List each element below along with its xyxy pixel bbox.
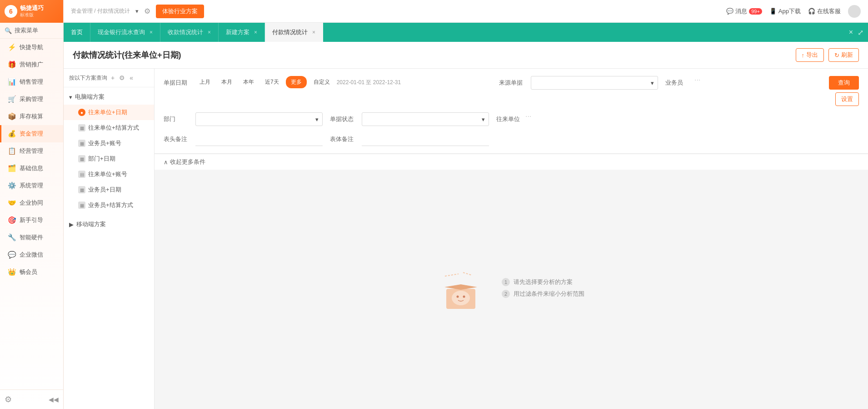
last-7-btn[interactable]: 近7天 (261, 76, 283, 88)
page-header: 付款情况统计(往来单位+日期) ↑ 导出 ↻ 刷新 (64, 42, 868, 69)
head-remark-input[interactable] (195, 132, 323, 146)
topbar-app-download[interactable]: 📱 App下载 (769, 7, 801, 15)
left-panel-title: 按以下方案查询 (69, 74, 107, 82)
last-month-btn[interactable]: 上月 (195, 76, 215, 88)
tab-new-scheme-close[interactable]: × (254, 29, 257, 35)
operation-icon: 📋 (8, 147, 16, 155)
mobile-scheme-group-header[interactable]: ▶ 移动端方案 (64, 217, 154, 232)
tab-bank-flow-close[interactable]: × (150, 29, 153, 35)
staff-dots[interactable]: ··· (693, 76, 702, 84)
svg-point-3 (452, 291, 470, 305)
collapse-conditions-button[interactable]: ∧ 收起更多条件 (155, 154, 868, 170)
body-remark-input[interactable] (362, 132, 489, 146)
basic-info-icon: 🗂️ (8, 164, 16, 172)
tab-payment-stats[interactable]: 付款情况统计 × (265, 23, 323, 42)
scheme-item-partner-account[interactable]: ▤ 往来单位+账号 (64, 167, 154, 182)
topbar-message[interactable]: 💬 消息 99+ (726, 7, 762, 15)
sidebar-search-item[interactable]: 🔍 搜索菜单 (0, 23, 63, 39)
sidebar-item-operation[interactable]: 📋 经营管理 (0, 142, 63, 160)
add-scheme-button[interactable]: + (110, 73, 115, 82)
message-badge: 99+ (749, 8, 762, 15)
sidebar: 6 畅捷通巧 标准版 🔍 搜索菜单 ⚡ 快捷导航 🎁 营销推广 📊 销售管理 🛒… (0, 0, 64, 409)
main-area: 资金管理 / 付款情况统计 ▾ ⚙ 体验行业方案 💬 消息 99+ 📱 App下… (64, 0, 868, 409)
scheme-table-icon-3: ▦ (78, 155, 85, 162)
source-select[interactable]: ▾ (531, 76, 658, 90)
partner-label: 往来单位 (496, 112, 524, 123)
topbar-online-service[interactable]: 🎧 在线客服 (808, 7, 841, 15)
purchase-icon: 🛒 (8, 95, 16, 103)
tab-bank-flow[interactable]: 现金银行流水查询 × (90, 23, 160, 42)
tab-receipt-stats-close[interactable]: × (208, 29, 211, 35)
partner-dots[interactable]: ··· (524, 112, 533, 121)
sidebar-item-hardware[interactable]: 🔧 智能硬件 (0, 229, 63, 246)
export-icon: ↑ (802, 52, 805, 59)
tab-maximize-icon[interactable]: ⤢ (858, 28, 863, 37)
date-label: 单据日期 (164, 76, 195, 87)
tab-home[interactable]: 首页 (64, 23, 90, 42)
scheme-table-icon-6: ▦ (78, 202, 85, 209)
sidebar-item-guide[interactable]: 🎯 新手引导 (0, 212, 63, 229)
scheme-item-staff-settle[interactable]: ▦ 业务员+结算方式 (64, 197, 154, 213)
staff-label: 业务员 (665, 76, 693, 87)
sidebar-collapse-btn[interactable]: ◀◀ (49, 396, 59, 403)
refresh-button[interactable]: ↻ 刷新 (828, 48, 859, 62)
desktop-scheme-group-header[interactable]: ▾ 电脑端方案 (64, 89, 154, 105)
mobile-scheme-group: ▶ 移动端方案 (64, 215, 154, 234)
left-panel-header: 按以下方案查询 + ⚙ « (64, 69, 154, 87)
search-icon: 🔍 (5, 27, 12, 34)
trial-industry-button[interactable]: 体验行业方案 (156, 5, 204, 18)
sidebar-item-marketing[interactable]: 🎁 营销推广 (0, 56, 63, 73)
scheme-item-partner-settle[interactable]: ▦ 往来单位+结算方式 (64, 120, 154, 136)
filter-area: 单据日期 上月 本月 本年 近7天 更多 自定义 2022-01-01 至 20… (155, 69, 868, 154)
scheme-item-staff-date[interactable]: ▦ 业务员+日期 (64, 182, 154, 197)
desktop-scheme-group: ▾ 电脑端方案 ● 往来单位+日期 ▦ 往来单位+结算方式 ▦ 业务员+账号 (64, 87, 154, 215)
tab-receipt-stats-label: 收款情况统计 (168, 28, 203, 36)
sidebar-item-collab[interactable]: 🤝 企业协同 (0, 194, 63, 212)
scheme-item-staff-account[interactable]: ▦ 业务员+账号 (64, 136, 154, 151)
chevron-down-icon-status: ▾ (482, 116, 485, 123)
topbar-dropdown[interactable]: ▾ (135, 8, 139, 15)
tab-new-scheme[interactable]: 新建方案 × (219, 23, 265, 42)
sidebar-gear-btn[interactable]: ⚙ (5, 394, 12, 404)
tab-bank-flow-label: 现金银行流水查询 (98, 28, 145, 36)
query-button[interactable]: 查询 (829, 76, 859, 90)
sidebar-item-sales[interactable]: 📊 销售管理 (0, 73, 63, 91)
sidebar-item-purchase[interactable]: 🛒 采购管理 (0, 91, 63, 108)
custom-date-btn[interactable]: 自定义 (309, 76, 334, 88)
tab-receipt-stats[interactable]: 收款情况统计 × (160, 23, 219, 42)
scheme-table-icon-2: ▦ (78, 140, 85, 147)
scheme-item-partner-date[interactable]: ● 往来单位+日期 (64, 105, 154, 120)
doc-status-select[interactable]: ▾ (362, 112, 489, 126)
this-year-btn[interactable]: 本年 (239, 76, 258, 88)
head-remark-label: 表头备注 (164, 132, 195, 143)
svg-line-0 (445, 274, 459, 276)
dept-label: 部门 (164, 112, 195, 123)
wechat-icon: 💬 (8, 251, 16, 259)
sales-icon: 📊 (8, 78, 16, 86)
more-date-btn[interactable]: 更多 (286, 76, 307, 88)
sidebar-item-system[interactable]: ⚙️ 系统管理 (0, 177, 63, 194)
topbar-right: 💬 消息 99+ 📱 App下载 🎧 在线客服 (726, 5, 861, 18)
date-range-text: 2022-01-01 至 2022-12-31 (337, 79, 401, 86)
user-avatar[interactable] (848, 5, 861, 18)
scheme-settings-button[interactable]: ⚙ (118, 73, 126, 82)
left-panel-collapse-button[interactable]: « (129, 73, 134, 82)
sidebar-item-member[interactable]: 👑 畅会员 (0, 263, 63, 281)
filter-settings-button[interactable]: 设置 (835, 92, 859, 106)
this-month-btn[interactable]: 本月 (217, 76, 236, 88)
tab-payment-stats-close[interactable]: × (312, 29, 315, 35)
filter-row-2: 部门 ▾ 单据状态 ▾ 往来单位 ··· (164, 112, 859, 126)
sidebar-item-inventory[interactable]: 📦 库存核算 (0, 108, 63, 125)
scheme-item-dept-date[interactable]: ▦ 部门+日期 (64, 151, 154, 167)
tab-close-all-icon[interactable]: × (849, 28, 853, 36)
sidebar-item-basic-info[interactable]: 🗂️ 基础信息 (0, 160, 63, 177)
dept-select[interactable]: ▾ (195, 112, 323, 126)
topbar-gear-icon[interactable]: ⚙ (144, 7, 150, 15)
sidebar-item-quick-nav[interactable]: ⚡ 快捷导航 (0, 39, 63, 56)
date-filter-content: 上月 本月 本年 近7天 更多 自定义 2022-01-01 至 2022-12… (195, 76, 499, 88)
scheme-table-icon: ▦ (78, 124, 85, 131)
sidebar-item-finance[interactable]: 💰 资金管理 (0, 125, 63, 142)
sidebar-item-wechat[interactable]: 💬 企业微信 (0, 246, 63, 263)
export-button[interactable]: ↑ 导出 (796, 48, 824, 62)
app-logo-icon: 6 (5, 5, 17, 18)
